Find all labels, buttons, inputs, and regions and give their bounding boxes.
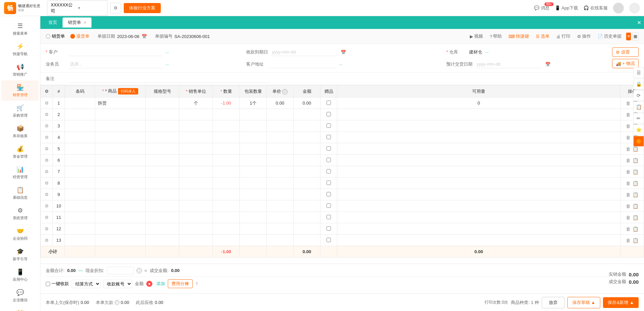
payment-date-input[interactable]: [271, 48, 338, 56]
app-settings-button[interactable]: ⚙: [110, 3, 121, 13]
delete-row-icon-5[interactable]: 🗑: [626, 158, 631, 163]
gift-checkbox-7[interactable]: [327, 181, 331, 185]
radio-sales-order[interactable]: 销货单: [46, 33, 65, 39]
float-btn-2[interactable]: 🔒: [633, 79, 644, 89]
gift-checkbox-5[interactable]: [327, 158, 331, 162]
barcode-cell-10[interactable]: [67, 215, 93, 220]
spec-cell-7[interactable]: [148, 181, 177, 186]
row-settings-icon[interactable]: ⚙: [45, 158, 49, 163]
spec-cell-9[interactable]: [148, 203, 177, 208]
barcode-cell-3[interactable]: [67, 135, 93, 140]
sidebar-item-guide[interactable]: 🎓 新手引导: [1, 244, 39, 265]
sidebar-item-marketing[interactable]: 📢 营销推广: [1, 60, 39, 80]
delete-row-icon-12[interactable]: 🗑: [626, 238, 631, 243]
delete-row-icon-8[interactable]: 🗑: [626, 192, 631, 197]
user-menu[interactable]: [629, 3, 640, 13]
float-btn-5[interactable]: ✏: [633, 113, 644, 124]
cash-discount-input[interactable]: [107, 267, 134, 274]
one-click-payment[interactable]: 一键收款: [46, 281, 69, 287]
spec-cell-3[interactable]: [148, 135, 177, 140]
float-btn-3[interactable]: ⟳: [633, 90, 644, 101]
discard-button[interactable]: 放弃: [542, 297, 565, 308]
sidebar-item-wechat[interactable]: 💬 企业微信: [1, 285, 39, 306]
delete-row-icon-7[interactable]: 🗑: [626, 181, 631, 186]
barcode-cell-9[interactable]: [67, 203, 93, 208]
delete-row-icon-2[interactable]: 🗑: [626, 123, 631, 129]
row-settings-icon[interactable]: ⚙: [45, 112, 49, 117]
spec-cell-6[interactable]: [148, 169, 177, 174]
col-settings-header[interactable]: ⚙: [41, 85, 53, 98]
save-draft-button[interactable]: 保存草稿 ▲: [567, 297, 601, 308]
gift-checkbox-4[interactable]: [327, 146, 331, 151]
payment-date-calendar-icon[interactable]: 📅: [341, 50, 346, 55]
gift-checkbox-3[interactable]: [327, 135, 331, 139]
customer-addr-input[interactable]: [269, 60, 336, 68]
sidebar-item-finance[interactable]: 💰 资金管理: [1, 142, 39, 162]
delete-row-icon-1[interactable]: 🗑: [626, 112, 631, 117]
delete-row-icon-11[interactable]: 🗑: [626, 226, 631, 232]
sidebar-item-vip[interactable]: 👑 畅会员: [1, 306, 39, 311]
float-btn-6[interactable]: ⭐: [633, 124, 644, 135]
delivery-date-input[interactable]: [475, 60, 542, 68]
spec-cell-8[interactable]: [148, 192, 177, 197]
print-button[interactable]: 🖨 打印: [554, 32, 572, 40]
avatar[interactable]: [613, 3, 624, 13]
video-button[interactable]: ▶ 视频: [468, 32, 485, 40]
radio-return-order[interactable]: 退货单: [70, 33, 89, 39]
sidebar-item-shortcuts[interactable]: ⚡ 快捷导航: [1, 39, 39, 60]
sidebar-item-system[interactable]: ⚙ 系统管理: [1, 203, 39, 224]
delete-row-icon-3[interactable]: 🗑: [626, 135, 631, 140]
row-settings-icon[interactable]: ⚙: [45, 181, 49, 186]
expense-split-button[interactable]: 费用分摊: [168, 279, 193, 288]
tab-close-icon[interactable]: ×: [84, 20, 86, 25]
gift-checkbox-6[interactable]: [327, 169, 331, 173]
gift-checkbox-8[interactable]: [327, 192, 331, 196]
barcode-cell-4[interactable]: [67, 146, 93, 151]
experience-button[interactable]: 体验行业方案: [124, 3, 161, 13]
gift-checkbox-2[interactable]: [327, 123, 331, 128]
gift-checkbox-11[interactable]: [327, 226, 331, 231]
tab-home[interactable]: 首页: [43, 17, 63, 28]
add-payment-button[interactable]: ●: [146, 281, 152, 287]
delete-row-icon-10[interactable]: 🗑: [626, 215, 631, 220]
row-settings-icon[interactable]: ⚙: [45, 238, 49, 243]
spec-cell-2[interactable]: [148, 123, 177, 128]
salesperson-input[interactable]: [69, 60, 163, 68]
delete-row-icon-4[interactable]: 🗑: [626, 146, 631, 152]
float-btn-4[interactable]: 📋: [633, 102, 644, 112]
row-settings-icon[interactable]: ⚙: [45, 135, 49, 140]
gift-checkbox-10[interactable]: [327, 215, 331, 219]
warehouse-dots-button[interactable]: ···: [485, 50, 489, 55]
delete-row-icon-9[interactable]: 🗑: [626, 203, 631, 209]
spec-cell-10[interactable]: [148, 215, 177, 220]
spec-cell-1[interactable]: [148, 112, 177, 117]
scan-button[interactable]: 扫码录入: [118, 88, 138, 94]
settings-panel-button[interactable]: ⚙ 设置: [612, 47, 639, 57]
online-service-button[interactable]: 🎧 在线客服: [583, 5, 608, 11]
gift-checkbox-12[interactable]: [327, 238, 331, 242]
sidebar-item-apps[interactable]: 📱 应用中心: [1, 265, 39, 285]
barcode-cell-1[interactable]: [67, 112, 93, 117]
sidebar-item-purchase[interactable]: 🛒 采购管理: [1, 101, 39, 121]
gift-checkbox-9[interactable]: [327, 203, 331, 208]
copy-row-icon-7[interactable]: 📋: [633, 181, 638, 186]
logistics-button[interactable]: 🚚 + 物流: [612, 59, 639, 68]
barcode-cell-2[interactable]: [67, 123, 93, 128]
gift-checkbox-0[interactable]: [327, 101, 331, 105]
copy-row-icon-10[interactable]: 📋: [633, 215, 638, 220]
copy-row-icon-6[interactable]: 📋: [633, 169, 638, 174]
row-settings-icon[interactable]: ⚙: [45, 169, 49, 174]
copy-row-icon-11[interactable]: 📋: [633, 226, 638, 232]
sidebar-item-inventory[interactable]: 📦 库存核算: [1, 121, 39, 142]
delivery-date-calendar-icon[interactable]: 📅: [545, 62, 551, 67]
row-settings-icon[interactable]: ⚙: [45, 192, 49, 197]
barcode-cell-5[interactable]: [67, 158, 93, 163]
spec-cell-5[interactable]: [148, 158, 177, 163]
grid-view-button[interactable]: ⊞: [632, 33, 639, 40]
row-settings-icon[interactable]: ⚙: [45, 123, 49, 128]
operate-button[interactable]: ⚙ 操作: [575, 32, 593, 40]
shortcut-button[interactable]: ⌨ 快捷键: [506, 32, 531, 40]
select-order-button[interactable]: ☰ 选单: [534, 32, 552, 40]
copy-row-icon-5[interactable]: 📋: [633, 158, 638, 163]
save-new-button[interactable]: 保存&新增 ▲: [603, 297, 639, 308]
